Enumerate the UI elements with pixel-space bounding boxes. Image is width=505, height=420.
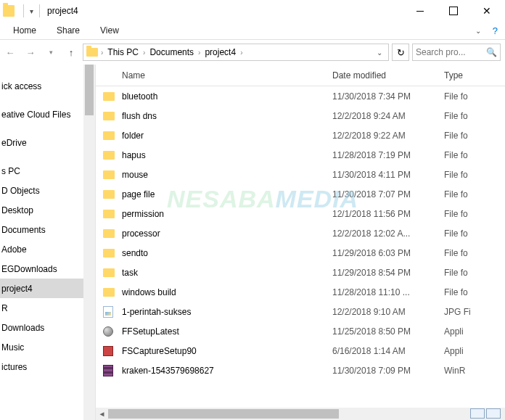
file-row[interactable]: FSCaptureSetup906/16/2018 1:14 AMAppli [96,341,505,361]
breadcrumb-sep-icon[interactable]: › [198,49,200,57]
nav-scroll-thumb[interactable] [85,65,94,115]
file-row[interactable]: FFSetupLatest11/25/2018 8:50 PMAppli [96,321,505,341]
folder-icon [103,249,115,258]
file-date: 11/28/2018 7:19 PM [332,150,444,160]
file-date: 12/1/2018 11:56 PM [332,209,444,219]
file-row[interactable]: mouse11/30/2018 4:11 PMFile fo [96,165,505,184]
file-row[interactable]: kraken-154357969862711/30/2018 7:09 PMWi… [96,361,505,380]
breadcrumb-sep-icon[interactable]: › [143,49,145,57]
file-type: File fo [444,268,505,278]
file-name: windows build [122,287,332,297]
file-type: File fo [444,170,505,180]
file-date: 12/2/2018 12:02 A... [332,228,444,239]
details-view-icon[interactable] [470,408,485,419]
file-date: 11/30/2018 4:11 PM [332,170,444,180]
file-pane: Name Date modified Type bluetooth11/30/2… [96,65,505,420]
scroll-left-icon[interactable]: ◄ [96,408,108,420]
file-row[interactable]: folder12/2/2018 9:22 AMFile fo [96,125,505,145]
folder-icon [103,151,115,160]
maximize-button[interactable] [437,0,470,22]
nav-item[interactable]: ick access [0,76,95,96]
quick-access-chevron-icon[interactable]: ▾ [30,7,33,15]
up-button[interactable]: ↑ [62,44,80,61]
column-date[interactable]: Date modified [332,70,444,81]
address-dropdown-chevron-icon[interactable]: ⌄ [374,49,385,57]
help-button[interactable]: ? [488,22,502,39]
breadcrumb-sep-icon[interactable]: › [101,49,103,57]
ribbon-collapse-chevron-icon[interactable]: ⌄ [468,24,488,38]
view-switcher [470,408,501,419]
search-input[interactable]: Search pro... 🔍 [412,44,501,61]
file-date: 11/30/2018 7:34 PM [332,91,444,102]
application-icon [103,346,113,356]
nav-item[interactable]: D Objects [0,181,95,200]
nav-item[interactable]: Adobe [0,239,95,259]
nav-item[interactable]: Downloads [0,318,95,337]
nav-item[interactable]: s PC [0,161,95,181]
column-type[interactable]: Type [444,70,505,81]
file-row[interactable]: page file11/30/2018 7:07 PMFile fo [96,184,505,204]
file-row[interactable]: permission12/1/2018 11:56 PMFile fo [96,204,505,223]
search-placeholder: Search pro... [416,47,483,57]
file-type: JPG Fi [444,307,505,317]
nav-item[interactable]: Documents [0,220,95,239]
column-name[interactable]: Name [122,70,332,81]
file-type: File fo [444,209,505,219]
breadcrumb-documents[interactable]: Documents [147,47,197,57]
nav-item[interactable]: project4 [0,279,95,298]
nav-item[interactable]: Desktop [0,200,95,220]
file-row[interactable]: flush dns12/2/2018 9:24 AMFile fo [96,106,505,125]
file-date: 11/30/2018 7:07 PM [332,189,444,199]
file-row[interactable]: sendto11/29/2018 6:03 PMFile fo [96,243,505,263]
file-row[interactable]: task11/29/2018 8:54 PMFile fo [96,263,505,282]
file-row[interactable]: hapus11/28/2018 7:19 PMFile fo [96,145,505,165]
file-type: File fo [444,150,505,160]
folder-icon [103,190,115,199]
folder-icon [86,48,98,57]
file-name: mouse [122,170,332,180]
search-icon: 🔍 [486,47,497,57]
tab-view[interactable]: View [90,22,129,38]
breadcrumb-sep-icon[interactable]: › [240,49,242,57]
file-name: sendto [122,248,332,258]
file-date: 12/2/2018 9:24 AM [332,111,444,121]
nav-item[interactable]: Music [0,337,95,357]
file-row[interactable]: processor12/2/2018 12:02 A...File fo [96,223,505,243]
tab-share[interactable]: Share [46,22,90,38]
file-row[interactable]: 1-perintah-sukses12/2/2018 9:10 AMJPG Fi [96,302,505,321]
file-date: 11/30/2018 7:09 PM [332,366,444,376]
forward-button[interactable]: → [22,44,39,61]
minimize-button[interactable] [403,0,437,22]
file-type: File fo [444,248,505,258]
recent-locations-chevron-icon[interactable]: ▾ [42,44,59,61]
nav-item[interactable]: eative Cloud Files [0,104,95,124]
nav-item[interactable]: eDrive [0,133,95,152]
address-bar[interactable]: › This PC › Documents › project4 › ⌄ [83,44,389,61]
navigation-pane: ick accesseative Cloud FileseDrives PCD … [0,65,96,420]
file-type: File fo [444,287,505,297]
large-icons-view-icon[interactable] [486,408,501,419]
breadcrumb-this-pc[interactable]: This PC [104,47,141,57]
file-type: Appli [444,326,505,337]
file-date: 6/16/2018 1:14 AM [332,346,444,356]
close-button[interactable]: ✕ [470,0,504,22]
file-name: flush dns [122,111,332,121]
breadcrumb-project4[interactable]: project4 [202,47,239,57]
nav-item[interactable]: ictures [0,357,95,376]
file-row[interactable]: bluetooth11/30/2018 7:34 PMFile fo [96,86,505,106]
horizontal-scrollbar[interactable]: ◄ ► [96,408,505,420]
file-type: WinR [444,366,505,376]
scroll-thumb[interactable] [108,409,339,419]
nav-item[interactable]: EGDownloads [0,259,95,279]
back-button[interactable]: ← [1,44,19,61]
tab-home[interactable]: Home [3,22,46,38]
nav-scrollbar[interactable] [83,65,95,420]
file-name: task [122,268,332,278]
folder-icon [3,5,15,17]
file-date: 12/2/2018 9:10 AM [332,307,444,317]
file-type: File fo [444,228,505,239]
file-row[interactable]: windows build11/28/2018 11:10 ...File fo [96,282,505,302]
nav-item[interactable]: R [0,298,95,318]
refresh-button[interactable]: ↻ [392,44,409,61]
file-name: kraken-1543579698627 [122,366,332,376]
